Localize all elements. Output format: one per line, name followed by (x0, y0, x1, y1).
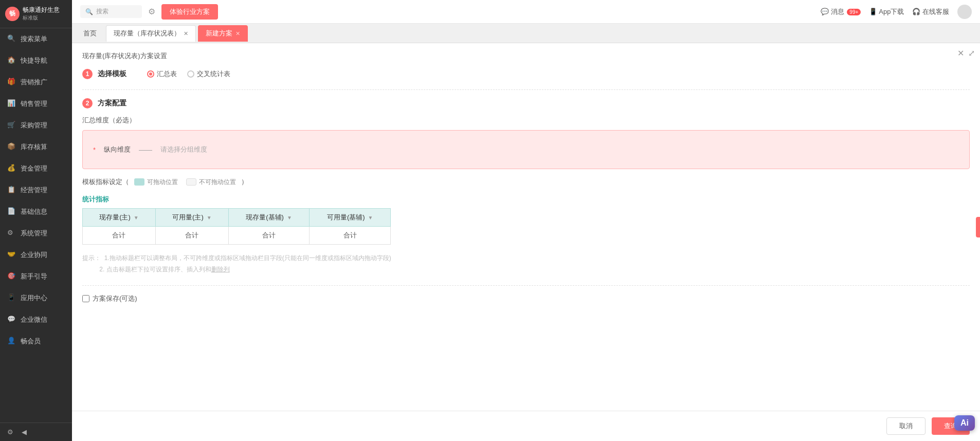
close-panel-btn[interactable]: ✕ (957, 48, 964, 58)
ai-badge[interactable]: Ai (954, 415, 975, 431)
save-checkbox[interactable] (82, 295, 89, 302)
quicknav-icon: 🏠 (7, 56, 16, 65)
draggable-legend-box (134, 178, 144, 186)
sidebar-item-member[interactable]: 👤 畅会员 (0, 330, 72, 352)
sidebar-item-purchase[interactable]: 🛒 采购管理 (0, 115, 72, 136)
radio-summary-circle (147, 70, 154, 78)
tab-close-new-scheme[interactable]: ✕ (235, 30, 240, 37)
step2-section: 2 方案配置 汇总维度（必选） * 纵向维度 —— 请选择分组维度 模板指标设定… (82, 98, 970, 275)
step2-header: 2 方案配置 (82, 98, 970, 108)
stat-col-data-3: 合计 (310, 227, 391, 245)
sidebar-item-basicinfo[interactable]: 📄 基础信息 (0, 201, 72, 223)
trial-btn[interactable]: 体验行业方案 (161, 4, 218, 20)
sidebar-item-sales[interactable]: 📊 销售管理 (0, 93, 72, 115)
sidebar-label-member: 畅会员 (21, 337, 41, 346)
stat-col-header-2[interactable]: 现存量(基辅)▼ (228, 209, 310, 227)
cancel-button[interactable]: 取消 (886, 417, 925, 435)
sidebar-item-marketing[interactable]: 🎁 营销推广 (0, 71, 72, 93)
stat-col-header-1[interactable]: 可用量(主)▼ (155, 209, 228, 227)
col-dropdown-0[interactable]: ▼ (134, 215, 139, 220)
sidebar-item-quicknav[interactable]: 🏠 快捷导航 (0, 50, 72, 71)
sidebar-item-finance[interactable]: 💰 资金管理 (0, 158, 72, 179)
col-dropdown-3[interactable]: ▼ (368, 215, 373, 220)
sidebar-scroll: 🔍 搜索菜单 🏠 快捷导航 🎁 营销推广 📊 销售管理 🛒 采购管理 📦 库存核… (0, 28, 72, 422)
divider-1 (82, 89, 970, 90)
tips-section: 提示： 1.拖动标题栏可以调整布局，不可跨维度或指标区域拖动栏目字段(只能在同一… (82, 253, 970, 275)
topbar-gear-icon[interactable]: ⚙ (148, 7, 155, 16)
dimension-placeholder: 请选择分组维度 (160, 145, 207, 154)
sidebar-collapse-btn[interactable]: ◀ (22, 428, 27, 436)
radio-cross-circle (187, 70, 194, 78)
topbar: 🔍 搜索 ⚙ 体验行业方案 💬 消息 99+ 📱 App下载 🎧 在线客服 (72, 0, 980, 24)
tab-new-scheme[interactable]: 新建方案✕ (198, 25, 248, 42)
sidebar-item-wechat[interactable]: 💬 企业微信 (0, 309, 72, 330)
sidebar-label-sales: 销售管理 (21, 99, 47, 108)
tab-label-home: 首页 (83, 29, 97, 38)
wechat-icon: 💬 (7, 315, 16, 324)
radio-summary-label: 汇总表 (157, 69, 177, 79)
inventory-icon: 📦 (7, 142, 16, 152)
radio-summary[interactable]: 汇总表 (147, 69, 177, 79)
tab-close-inventory-status[interactable]: ✕ (184, 30, 188, 37)
sidebar-label-marketing: 营销推广 (21, 78, 47, 87)
sidebar-item-enterprise[interactable]: 🤝 企业协同 (0, 244, 72, 266)
operations-icon: 📋 (7, 186, 16, 195)
sidebar-item-newguide[interactable]: 🎯 新手引导 (0, 266, 72, 287)
sidebar-footer: ⚙ ◀ (0, 422, 72, 441)
sidebar-label-wechat: 企业微信 (21, 315, 47, 324)
indicator-legend: 可拖动位置 不可拖动位置 (134, 178, 236, 187)
dimension-name: 纵向维度 (104, 145, 131, 154)
message-icon: 💬 (821, 8, 829, 15)
step1-header: 1 选择模板 汇总表 交叉统计表 (82, 69, 970, 79)
stat-col-header-3[interactable]: 可用量(基辅)▼ (310, 209, 391, 227)
appcenter-icon: 📱 (7, 293, 16, 303)
sidebar-item-appcenter[interactable]: 📱 应用中心 (0, 287, 72, 309)
tab-home[interactable]: 首页 (76, 25, 104, 42)
stat-col-header-0[interactable]: 现存量(主)▼ (83, 209, 156, 227)
stat-section: 统计指标 现存量(主)▼可用量(主)▼现存量(基辅)▼可用量(基辅)▼ 合计合计… (82, 195, 970, 245)
topbar-right: 💬 消息 99+ 📱 App下载 🎧 在线客服 (821, 5, 972, 19)
sidebar-logo-text: 畅康通好生意 标准版 (23, 6, 60, 22)
headset-icon: 🎧 (912, 8, 920, 15)
sidebar-label-quicknav: 快捷导航 (21, 56, 47, 65)
tips-item-2: 2. 点击标题栏下拉可设置排序、插入列和删除列 (82, 264, 970, 275)
dimension-box[interactable]: * 纵向维度 —— 请选择分组维度 (82, 130, 970, 169)
topbar-search[interactable]: 🔍 搜索 (80, 5, 142, 18)
col-dropdown-1[interactable]: ▼ (207, 215, 212, 220)
stat-table: 现存量(主)▼可用量(主)▼现存量(基辅)▼可用量(基辅)▼ 合计合计合计合计 (82, 208, 391, 245)
purchase-icon: 🛒 (7, 121, 16, 130)
sidebar-item-operations[interactable]: 📋 经营管理 (0, 179, 72, 201)
sidebar-item-system[interactable]: ⚙ 系统管理 (0, 223, 72, 244)
sidebar-item-inventory[interactable]: 📦 库存核算 (0, 136, 72, 158)
page-title: 现存量(库存状况表)方案设置 (82, 51, 970, 61)
user-avatar[interactable] (957, 5, 972, 19)
page-content: ✕ ⤢ 现存量(库存状况表)方案设置 1 选择模板 汇总表 (72, 43, 980, 411)
save-option-label: 方案保存(可选) (93, 294, 137, 303)
col-dropdown-2[interactable]: ▼ (287, 215, 292, 220)
topbar-app-download[interactable]: 📱 App下载 (869, 7, 904, 16)
right-edge-handle[interactable] (976, 217, 980, 237)
topbar-message[interactable]: 💬 消息 99+ (821, 7, 861, 16)
sidebar: 畅 畅康通好生意 标准版 🔍 搜索菜单 🏠 快捷导航 🎁 营销推广 📊 销售管理… (0, 0, 72, 441)
expand-panel-btn[interactable]: ⤢ (968, 48, 975, 58)
main-wrap: 🔍 搜索 ⚙ 体验行业方案 💬 消息 99+ 📱 App下载 🎧 在线客服 首页 (72, 0, 980, 441)
app-logo-icon: 畅 (5, 7, 20, 21)
indicator-label: 模板指标设定（ 可拖动位置 不可拖动位置 ） (82, 177, 970, 187)
sidebar-item-search[interactable]: 🔍 搜索菜单 (0, 28, 72, 50)
tips-title: 提示： 1.拖动标题栏可以调整布局，不可跨维度或指标区域拖动栏目字段(只能在同一… (82, 253, 970, 264)
sales-icon: 📊 (7, 99, 16, 108)
sidebar-settings-btn[interactable]: ⚙ (7, 428, 13, 436)
dimension-dash: —— (139, 146, 152, 154)
page-action-btns: ✕ ⤢ (957, 48, 975, 58)
radio-cross[interactable]: 交叉统计表 (187, 69, 230, 79)
page-inner: ✕ ⤢ 现存量(库存状况表)方案设置 1 选择模板 汇总表 (72, 43, 980, 411)
tab-inventory-status[interactable]: 现存量（库存状况表）✕ (106, 25, 196, 42)
sidebar-label-operations: 经营管理 (21, 186, 47, 195)
stat-title: 统计指标 (82, 195, 970, 204)
step1-section: 1 选择模板 汇总表 交叉统计表 (82, 69, 970, 79)
draggable-legend-label: 可拖动位置 (147, 178, 178, 187)
template-radio-group: 汇总表 交叉统计表 (147, 69, 230, 79)
indicator-settings: 模板指标设定（ 可拖动位置 不可拖动位置 ） (82, 177, 970, 187)
member-icon: 👤 (7, 337, 16, 346)
topbar-online-service[interactable]: 🎧 在线客服 (912, 7, 949, 16)
